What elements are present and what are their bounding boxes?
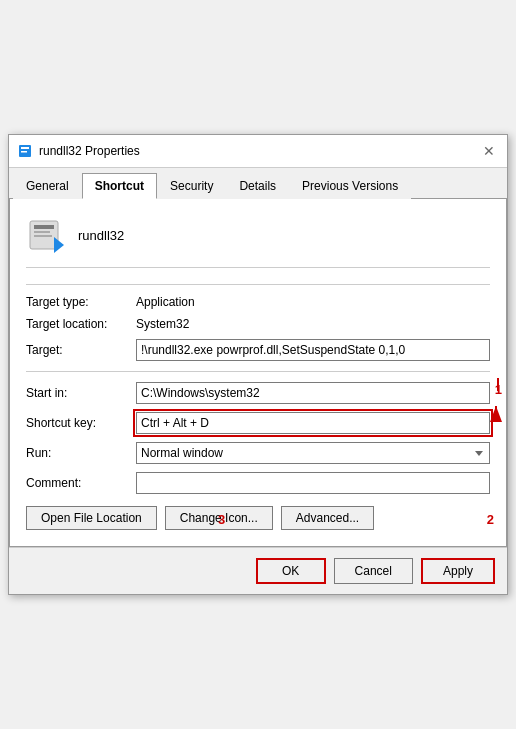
start-in-label: Start in:: [26, 386, 136, 400]
properties-window: rundll32 Properties ✕ General Shortcut S…: [8, 134, 508, 595]
shortcut-key-label: Shortcut key:: [26, 416, 136, 430]
svg-rect-5: [34, 231, 50, 233]
cancel-button[interactable]: Cancel: [334, 558, 413, 584]
target-type-row: Target type: Application: [26, 295, 490, 309]
app-icon: [26, 215, 66, 255]
svg-rect-2: [21, 151, 27, 153]
svg-rect-6: [34, 235, 52, 237]
apply-button[interactable]: Apply: [421, 558, 495, 584]
svg-rect-4: [34, 225, 54, 229]
comment-input[interactable]: [136, 472, 490, 494]
svg-rect-1: [21, 147, 29, 149]
target-location-value: System32: [136, 317, 189, 331]
comment-label: Comment:: [26, 476, 136, 490]
close-button[interactable]: ✕: [479, 141, 499, 161]
tab-security[interactable]: Security: [157, 173, 226, 199]
start-in-input[interactable]: [136, 382, 490, 404]
target-location-row: Target location: System32: [26, 317, 490, 331]
title-bar: rundll32 Properties ✕: [9, 135, 507, 168]
tab-content: rundll32 Target type: Application Target…: [9, 199, 507, 547]
target-input[interactable]: [136, 339, 490, 361]
svg-marker-7: [54, 237, 64, 253]
comment-row: Comment:: [26, 472, 490, 494]
start-in-row: Start in:: [26, 382, 490, 404]
separator-2: [26, 371, 490, 372]
target-type-value: Application: [136, 295, 195, 309]
app-header: rundll32: [26, 215, 490, 268]
target-label: Target:: [26, 343, 136, 357]
tab-general[interactable]: General: [13, 173, 82, 199]
run-row: Run: Normal window Minimized Maximized: [26, 442, 490, 464]
target-type-label: Target type:: [26, 295, 136, 309]
tab-details[interactable]: Details: [226, 173, 289, 199]
separator-1: [26, 284, 490, 285]
shortcut-key-input[interactable]: [136, 412, 490, 434]
ok-button[interactable]: OK: [256, 558, 326, 584]
window-title: rundll32 Properties: [39, 144, 140, 158]
window-icon: [17, 143, 33, 159]
app-name: rundll32: [78, 228, 124, 243]
shortcut-key-row: Shortcut key:: [26, 412, 490, 434]
target-row: Target:: [26, 339, 490, 361]
footer-buttons: OK Cancel Apply: [9, 547, 507, 594]
run-select[interactable]: Normal window Minimized Maximized: [136, 442, 490, 464]
tab-previous-versions[interactable]: Previous Versions: [289, 173, 411, 199]
change-icon-button[interactable]: Change Icon...: [165, 506, 273, 530]
action-buttons: Open File Location Change Icon... Advanc…: [26, 506, 490, 530]
tab-shortcut[interactable]: Shortcut: [82, 173, 157, 199]
tab-bar: General Shortcut Security Details Previo…: [9, 168, 507, 199]
advanced-button[interactable]: Advanced...: [281, 506, 374, 530]
open-file-location-button[interactable]: Open File Location: [26, 506, 157, 530]
run-label: Run:: [26, 446, 136, 460]
target-location-label: Target location:: [26, 317, 136, 331]
